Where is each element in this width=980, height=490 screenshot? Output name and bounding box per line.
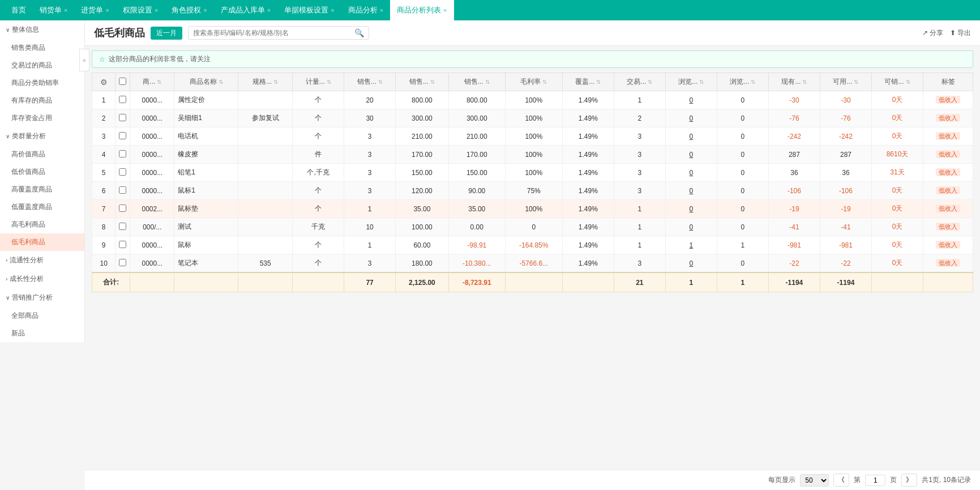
sidebar-item-high-coverage[interactable]: 高覆盖度商品 — [0, 181, 84, 198]
prev-page-button[interactable]: 《 — [833, 474, 849, 487]
sidebar-item-high-margin[interactable]: 高毛利商品 — [0, 216, 84, 233]
row-view1[interactable]: 0 — [665, 218, 717, 236]
sidebar-item-high-value[interactable]: 高价值商品 — [0, 146, 84, 163]
row-view1[interactable]: 0 — [665, 127, 717, 146]
row-checkbox-cell[interactable] — [115, 182, 130, 200]
search-icon[interactable]: 🔍 — [354, 28, 364, 37]
row-checkbox-cell[interactable] — [115, 236, 130, 254]
row-view1[interactable]: 0 — [665, 91, 717, 109]
col-current-stock[interactable]: 现有...⇅ — [768, 73, 820, 91]
nav-sales[interactable]: 销货单 × — [33, 0, 74, 20]
col-name[interactable]: 商品名称⇅ — [174, 73, 238, 91]
sidebar-item-low-value[interactable]: 低价值商品 — [0, 163, 84, 181]
nav-product-in[interactable]: 产成品入库单 × — [214, 0, 277, 20]
col-gross-margin[interactable]: 毛利率⇅ — [505, 73, 562, 91]
close-icon[interactable]: × — [380, 7, 383, 14]
row-checkbox-cell[interactable] — [115, 254, 130, 273]
row-view1[interactable]: 0 — [665, 200, 717, 218]
col-saleable[interactable]: 可销...⇅ — [871, 73, 923, 91]
row-checkbox-cell[interactable] — [115, 91, 130, 109]
row-saleable: 31天 — [871, 164, 923, 182]
sidebar-item-category-rate[interactable]: 商品分类助销率 — [0, 74, 84, 92]
row-view1[interactable]: 0 — [665, 164, 717, 182]
row-saleable: 0天 — [871, 200, 923, 218]
close-icon[interactable]: × — [155, 7, 158, 14]
date-filter-button[interactable]: 近一月 — [151, 27, 182, 40]
row-checkbox[interactable] — [119, 132, 126, 139]
col-tag[interactable]: 标签 — [923, 73, 973, 91]
col-settings[interactable]: ⚙ — [92, 73, 115, 91]
close-icon[interactable]: × — [105, 7, 109, 14]
close-icon[interactable]: × — [331, 7, 334, 14]
sidebar-group-overall[interactable]: ∨ 整体信息 — [0, 20, 84, 39]
row-checkbox[interactable] — [119, 241, 126, 248]
nav-permission[interactable]: 权限设置 × — [116, 0, 165, 20]
row-checkbox[interactable] — [119, 223, 126, 230]
sidebar-item-low-margin[interactable]: 低毛利商品 — [0, 233, 84, 251]
col-coverage[interactable]: 覆盖...⇅ — [562, 73, 614, 91]
per-page-select[interactable]: 50 20 100 — [800, 474, 829, 487]
col-sales-profit[interactable]: 销售...⇅ — [448, 73, 505, 91]
row-checkbox-cell[interactable] — [115, 200, 130, 218]
row-checkbox-cell[interactable] — [115, 127, 130, 146]
row-view1[interactable]: 0 — [665, 254, 717, 273]
sidebar-item-stock-fund[interactable]: 库存资金占用 — [0, 109, 84, 127]
page-number-input[interactable] — [865, 475, 885, 486]
row-checkbox[interactable] — [119, 259, 126, 266]
sidebar-group-cluster[interactable]: ∨ 类群量分析 — [0, 127, 84, 146]
row-checkbox[interactable] — [119, 186, 126, 194]
sidebar-group-growth[interactable]: › 成长性分析 — [0, 270, 84, 288]
col-view2[interactable]: 浏览...⇅ — [717, 73, 768, 91]
row-checkbox[interactable] — [119, 204, 126, 212]
row-view1[interactable]: 0 — [665, 109, 717, 127]
col-trade-count[interactable]: 交易...⇅ — [614, 73, 665, 91]
sidebar-item-in-stock[interactable]: 有库存的商品 — [0, 92, 84, 109]
row-view1[interactable]: 0 — [665, 146, 717, 164]
close-icon[interactable]: × — [203, 7, 207, 14]
nav-purchase[interactable]: 进货单 × — [74, 0, 115, 20]
sidebar-item-new-goods[interactable]: 新品 — [0, 325, 84, 342]
sidebar-item-sales-goods[interactable]: 销售类商品 — [0, 39, 84, 57]
close-icon[interactable]: × — [267, 7, 271, 14]
nav-template[interactable]: 单据模板设置 × — [277, 0, 341, 20]
row-checkbox[interactable] — [119, 150, 126, 157]
export-button[interactable]: ⬆ 导出 — [950, 28, 971, 38]
row-sales-qty: 30 — [344, 109, 396, 127]
row-checkbox[interactable] — [119, 114, 126, 121]
col-view1[interactable]: 浏览...⇅ — [665, 73, 717, 91]
row-view1[interactable]: 1 — [665, 236, 717, 254]
row-checkbox-cell[interactable] — [115, 146, 130, 164]
sidebar-group-flow[interactable]: › 流通性分析 — [0, 251, 84, 270]
close-icon[interactable]: × — [443, 7, 447, 14]
sidebar-item-traded-goods[interactable]: 交易过的商品 — [0, 57, 84, 74]
row-view1[interactable]: 0 — [665, 182, 717, 200]
col-available[interactable]: 可用...⇅ — [820, 73, 871, 91]
nav-analysis[interactable]: 商品分析 × — [341, 0, 390, 20]
share-button[interactable]: ↗ 分享 — [922, 28, 943, 38]
col-spec[interactable]: 规格...⇅ — [238, 73, 293, 91]
col-sales-qty[interactable]: 销售...⇅ — [344, 73, 396, 91]
col-sales-amount[interactable]: 销售...⇅ — [396, 73, 449, 91]
nav-role[interactable]: 角色授权 × — [165, 0, 213, 20]
col-checkbox[interactable] — [115, 73, 130, 91]
nav-analysis-list[interactable]: 商品分析列表 × — [390, 0, 453, 20]
row-checkbox-cell[interactable] — [115, 109, 130, 127]
col-unit[interactable]: 计量...⇅ — [293, 73, 344, 91]
row-checkbox[interactable] — [119, 168, 126, 176]
nav-home[interactable]: 首页 — [5, 0, 33, 20]
next-page-button[interactable]: 》 — [901, 474, 917, 487]
row-checkbox[interactable] — [119, 96, 126, 103]
sidebar-item-low-coverage[interactable]: 低覆盖度商品 — [0, 198, 84, 216]
row-checkbox-cell[interactable] — [115, 218, 130, 236]
select-all-checkbox[interactable] — [119, 78, 126, 85]
search-input[interactable] — [193, 29, 352, 37]
sidebar-item-all-goods[interactable]: 全部商品 — [0, 307, 84, 325]
row-checkbox-cell[interactable] — [115, 164, 130, 182]
sidebar-group-marketing[interactable]: ∨ 营销推广分析 — [0, 288, 84, 307]
settings-icon[interactable]: ⚙ — [100, 78, 108, 87]
col-code[interactable]: 商...⇅ — [130, 73, 174, 91]
page-title: 低毛利商品 — [94, 26, 145, 40]
close-icon[interactable]: × — [64, 7, 67, 14]
chevron-right-icon: › — [6, 257, 7, 263]
sidebar-collapse-button[interactable]: « — [79, 49, 89, 71]
